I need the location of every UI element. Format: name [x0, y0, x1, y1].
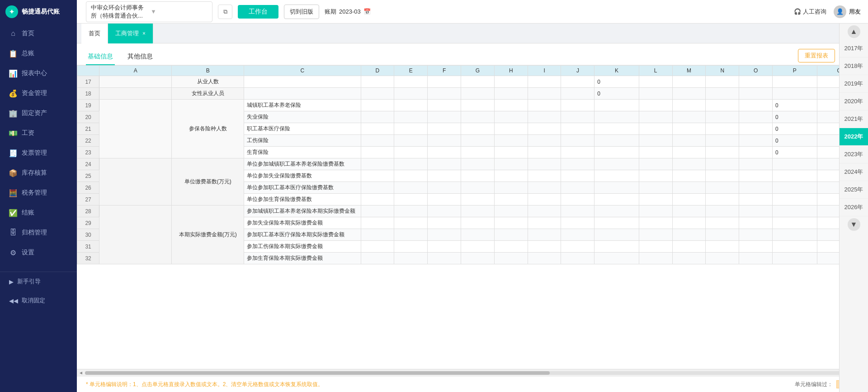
year-item-2025[interactable]: 2025年: [840, 181, 868, 199]
cell-30-k[interactable]: [594, 229, 639, 241]
cell-29-m[interactable]: [672, 217, 706, 229]
cell-31-i[interactable]: [528, 241, 561, 253]
cell-22-g[interactable]: [461, 135, 495, 147]
cell-22-f[interactable]: [428, 135, 461, 147]
year-item-2022[interactable]: 2022年: [840, 128, 868, 146]
year-item-2018[interactable]: 2018年: [840, 57, 868, 75]
cell-25-j[interactable]: [561, 170, 594, 182]
tab-business[interactable]: 工商管理 ×: [108, 24, 153, 43]
cell-25-n[interactable]: [706, 170, 739, 182]
cell-24-n[interactable]: [706, 158, 739, 170]
year-item-2024[interactable]: 2024年: [840, 163, 868, 181]
cell-27-f[interactable]: [428, 194, 461, 206]
cell-20-l[interactable]: [639, 111, 672, 123]
cell-23-h[interactable]: [494, 147, 528, 158]
cell-21-j[interactable]: [561, 123, 594, 135]
cell-23-e[interactable]: [394, 147, 428, 158]
cell-24-a[interactable]: [99, 158, 172, 206]
cell-19-c[interactable]: 城镇职工基本养老保险: [244, 100, 361, 111]
cell-30-d[interactable]: [361, 229, 394, 241]
cell-28-o[interactable]: [739, 206, 773, 217]
cell-22-h[interactable]: [494, 135, 528, 147]
cell-17-n[interactable]: [706, 76, 739, 88]
cell-27-k[interactable]: [594, 194, 639, 206]
cell-17-m[interactable]: [672, 76, 706, 88]
cell-23-p[interactable]: 0: [773, 147, 817, 158]
cell-17-h[interactable]: [494, 76, 528, 88]
cell-17-l[interactable]: [639, 76, 672, 88]
cell-28-c[interactable]: 参加城镇职工基本养老保险本期实际缴费金额: [244, 206, 361, 217]
cell-23-n[interactable]: [706, 147, 739, 158]
scroll-left-arrow[interactable]: ◄: [79, 370, 83, 375]
cell-17-g[interactable]: [461, 76, 495, 88]
cell-21-m[interactable]: [672, 123, 706, 135]
cell-28-a[interactable]: [99, 206, 172, 264]
cell-32-f[interactable]: [428, 253, 461, 264]
cell-32-g[interactable]: [461, 253, 495, 264]
cell-19-e[interactable]: [394, 100, 428, 111]
cell-25-i[interactable]: [528, 170, 561, 182]
cell-23-k[interactable]: [594, 147, 639, 158]
cell-25-d[interactable]: [361, 170, 394, 182]
cell-29-j[interactable]: [561, 217, 594, 229]
cell-31-j[interactable]: [561, 241, 594, 253]
tab-close-icon[interactable]: ×: [142, 30, 146, 37]
spreadsheet-scroll[interactable]: A B C D E F G H I J K L M: [77, 65, 862, 369]
cell-18-e[interactable]: [394, 88, 428, 100]
cell-30-j[interactable]: [561, 229, 594, 241]
cell-24-k[interactable]: [594, 158, 639, 170]
cell-20-i[interactable]: [528, 111, 561, 123]
sidebar-item-tax[interactable]: 🧮 税务管理: [0, 183, 77, 203]
cell-22-p[interactable]: 0: [773, 135, 817, 147]
cell-24-l[interactable]: [639, 158, 672, 170]
cell-22-d[interactable]: [361, 135, 394, 147]
tab-home[interactable]: 首页: [81, 24, 108, 43]
cell-19-f[interactable]: [428, 100, 461, 111]
cell-24-d[interactable]: [361, 158, 394, 170]
cell-21-k[interactable]: [594, 123, 639, 135]
cell-23-l[interactable]: [639, 147, 672, 158]
cell-19-g[interactable]: [461, 100, 495, 111]
cell-24-m[interactable]: [672, 158, 706, 170]
cell-17-d[interactable]: [361, 76, 394, 88]
cell-27-p[interactable]: [773, 194, 817, 206]
user-area[interactable]: 👤 用友: [834, 5, 861, 18]
cell-17-i[interactable]: [528, 76, 561, 88]
cell-30-i[interactable]: [528, 229, 561, 241]
cell-21-p[interactable]: 0: [773, 123, 817, 135]
year-item-2021[interactable]: 2021年: [840, 110, 868, 128]
cell-28-l[interactable]: [639, 206, 672, 217]
cell-18-h[interactable]: [494, 88, 528, 100]
sub-tab-basic[interactable]: 基础信息: [86, 49, 115, 65]
cell-28-p[interactable]: [773, 206, 817, 217]
cell-30-h[interactable]: [494, 229, 528, 241]
cell-21-n[interactable]: [706, 123, 739, 135]
cell-29-k[interactable]: [594, 217, 639, 229]
cell-31-g[interactable]: [461, 241, 495, 253]
cell-22-i[interactable]: [528, 135, 561, 147]
cell-30-l[interactable]: [639, 229, 672, 241]
cell-32-e[interactable]: [394, 253, 428, 264]
cell-25-o[interactable]: [739, 170, 773, 182]
cell-17-f[interactable]: [428, 76, 461, 88]
cell-23-j[interactable]: [561, 147, 594, 158]
cell-31-h[interactable]: [494, 241, 528, 253]
cell-21-g[interactable]: [461, 123, 495, 135]
cell-32-d[interactable]: [361, 253, 394, 264]
cell-19-o[interactable]: [739, 100, 773, 111]
cell-22-o[interactable]: [739, 135, 773, 147]
cell-20-o[interactable]: [739, 111, 773, 123]
cell-26-c[interactable]: 单位参加职工基本医疗保险缴费基数: [244, 182, 361, 194]
cell-19-a[interactable]: [99, 100, 172, 158]
cell-24-p[interactable]: [773, 158, 817, 170]
cell-17-a[interactable]: [99, 76, 172, 88]
cell-28-e[interactable]: [394, 206, 428, 217]
cell-20-d[interactable]: [361, 111, 394, 123]
cell-21-c[interactable]: 职工基本医疗保险: [244, 123, 361, 135]
cell-32-i[interactable]: [528, 253, 561, 264]
cell-26-k[interactable]: [594, 182, 639, 194]
cell-30-m[interactable]: [672, 229, 706, 241]
cell-19-h[interactable]: [494, 100, 528, 111]
cell-24-g[interactable]: [461, 158, 495, 170]
cell-17-o[interactable]: [739, 76, 773, 88]
